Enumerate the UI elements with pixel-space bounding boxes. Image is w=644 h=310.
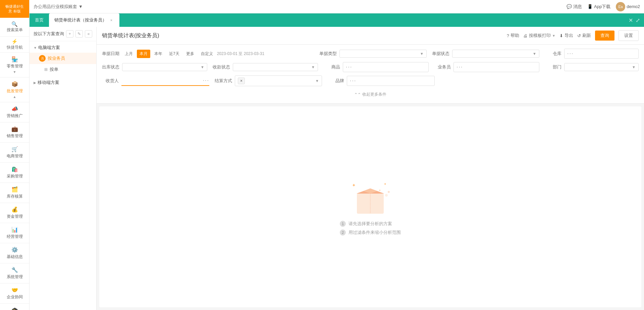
export-btn[interactable]: ⬇ 导出 [559, 33, 573, 39]
sidebar-item-marketing[interactable]: 📣 营销推广 [0, 102, 29, 122]
print-dropdown-arrow[interactable]: ▼ [552, 34, 555, 38]
svg-point-6 [388, 191, 390, 193]
date-btn-custom[interactable]: 自定义 [198, 50, 216, 58]
scheme-group-mobile: ▶ 移动端方案 [30, 76, 96, 89]
sidebar-item-basic[interactable]: ⚙️ 基础信息 [0, 243, 29, 263]
print-icon: 🖨 [523, 33, 528, 38]
operations-icon: 📊 [11, 226, 18, 233]
brand-dots: ··· [350, 78, 356, 84]
company-selector[interactable]: 办公用品行业模拟账套 ▼ [34, 4, 83, 10]
doc-status-label: 单据状态 [432, 51, 449, 57]
filter-department: 部门 ▼ [545, 63, 639, 71]
settings-btn[interactable]: 设置 [619, 30, 639, 41]
sidebar-search[interactable]: 🔍 搜索菜单 [0, 18, 29, 37]
app-download-btn[interactable]: 📱 App下载 [587, 4, 610, 10]
step-1-text: 请先选择要分析的方案 [348, 221, 392, 227]
mobile-group-arrow: ▶ [34, 81, 36, 85]
app-download-icon: 📱 [587, 4, 593, 9]
collapse-row: ⌃⌃ 收起更多条件 [102, 90, 639, 99]
date-filter-label: 单据日期 [102, 51, 119, 57]
settlement-label: 结算方式 [215, 78, 232, 84]
filter-row-1: 单据日期 上月 本月 本年 近7天 更多 自定义 2023-03-01 至 20… [102, 49, 639, 59]
settlement-select[interactable]: × ▼ [235, 75, 322, 86]
app-logo[interactable]: 畅捷通好生意 标版 [0, 0, 29, 18]
filter-doc-status: 单据状态 ▼ [432, 50, 539, 58]
filter-shipment: 出库状态 ▼ [102, 63, 207, 71]
sidebar-item-wholesale[interactable]: 📦 批发管理 ▲ [0, 78, 29, 102]
right-panel: 销货单统计表(按业务员) ? 帮助 🖨 按模板打印 ▼ ⬇ 导出 [97, 27, 644, 310]
doc-type-arrow: ▼ [420, 52, 424, 56]
left-panel-header: 按以下方案查询 + ✎ « [30, 27, 96, 41]
department-select[interactable]: ▼ [564, 63, 639, 71]
doc-type-select[interactable]: ▼ [339, 50, 427, 58]
doc-status-select[interactable]: ▼ [452, 50, 539, 58]
by-salesperson-label: 按业务员 [48, 55, 65, 61]
sidebar-item-operations[interactable]: 📊 经营管理 [0, 223, 29, 243]
scheme-group-desktop-header[interactable]: ▼ 电脑端方案 [30, 43, 96, 53]
help-btn[interactable]: ? 帮助 [507, 33, 519, 39]
empty-svg-icon: ✦ ✦ ✦ [350, 178, 390, 215]
edit-scheme-btn[interactable]: ✎ [75, 30, 83, 38]
scheme-item-by-salesperson[interactable]: 员 按业务员 [30, 53, 96, 64]
salesperson-select[interactable]: ··· [453, 62, 539, 72]
message-btn[interactable]: 💬 消息 [567, 4, 582, 10]
sidebar-item-purchase[interactable]: 🛍️ 采购管理 [0, 163, 29, 183]
brand-select[interactable]: ··· [347, 76, 435, 86]
sidebar: 畅捷通好生意 标版 🔍 搜索菜单 ⚡ 快捷导航 🏪 零售管理 ▼ 📦 批发管理 … [0, 0, 30, 310]
refresh-btn[interactable]: ↺ 刷新 [577, 33, 591, 39]
salesperson-dots: ··· [457, 64, 463, 70]
mobile-group-header[interactable]: ▶ 移动端方案 [30, 78, 96, 88]
sidebar-item-enterprise[interactable]: 🤝 企业协同 [0, 283, 29, 304]
settlement-tag-close[interactable]: × [240, 79, 243, 83]
purchase-label: 采购管理 [7, 173, 23, 179]
sidebar-item-system[interactable]: 🔧 系统管理 [0, 263, 29, 283]
user-menu[interactable]: Ea demo2 [616, 2, 640, 11]
warehouse-select[interactable]: ··· [564, 49, 639, 59]
top-header: 办公用品行业模拟账套 ▼ 💬 消息 📱 App下载 Ea demo2 [30, 0, 644, 13]
sidebar-item-newbie[interactable]: 🎓 新手引导 [0, 304, 29, 310]
tab-close-window-btn[interactable]: ✕ [629, 17, 633, 23]
empty-steps: 1 请先选择要分析的方案 2 用过滤条件来缩小分析范围 [340, 221, 401, 236]
date-btn-this-year[interactable]: 本年 [152, 50, 165, 58]
date-btn-7days[interactable]: 近7天 [166, 50, 182, 58]
inventory-icon: 🗂️ [11, 186, 18, 193]
shipment-select[interactable]: ▼ [122, 63, 207, 71]
retail-label: 零售管理 [7, 63, 23, 69]
payment-arrow: ▼ [311, 65, 315, 69]
filter-goods: 商品 ··· [323, 62, 429, 72]
sidebar-item-ecommerce[interactable]: 🛒 电商管理 [0, 143, 29, 163]
filter-consignee: 收货人 ··· [102, 76, 209, 86]
sidebar-item-inventory[interactable]: 🗂️ 库存核算 [0, 183, 29, 203]
date-btn-this-month[interactable]: 本月 [137, 50, 150, 58]
shipment-arrow: ▼ [201, 65, 204, 69]
empty-illustration: ✦ ✦ ✦ [350, 178, 390, 215]
sidebar-quick-nav[interactable]: ⚡ 快捷导航 [0, 37, 29, 53]
date-btn-more[interactable]: 更多 [183, 50, 197, 58]
payment-select[interactable]: ▼ [233, 63, 318, 71]
filter-doc-type: 单据类型 ▼ [319, 50, 427, 58]
retail-icon: 🏪 [11, 56, 18, 62]
filter-row-2: 出库状态 ▼ 收款状态 ▼ [102, 62, 639, 72]
desktop-group-label: 电脑端方案 [38, 45, 60, 51]
add-scheme-btn[interactable]: + [66, 30, 73, 38]
collapse-panel-btn[interactable]: « [85, 30, 92, 38]
tab-close-btn[interactable]: × [109, 17, 114, 23]
print-btn[interactable]: 🖨 按模板打印 ▼ [523, 33, 555, 39]
query-btn[interactable]: 查询 [595, 31, 614, 41]
sidebar-item-sales[interactable]: 💼 销售管理 [0, 122, 29, 143]
collapse-btn[interactable]: ⌃⌃ 收起更多条件 [102, 90, 639, 99]
date-btn-last-month[interactable]: 上月 [122, 50, 136, 58]
sidebar-item-finance[interactable]: 💰 资金管理 [0, 203, 29, 223]
tab-maximize-btn[interactable]: ⤢ [636, 17, 640, 23]
date-filter-controls: 上月 本月 本年 近7天 更多 自定义 2023-03-01 至 2023-03… [122, 50, 314, 58]
goods-select[interactable]: ··· [343, 62, 429, 72]
empty-step-1: 1 请先选择要分析的方案 [340, 221, 401, 227]
consignee-input[interactable]: ··· [121, 76, 209, 86]
main-area: 办公用品行业模拟账套 ▼ 💬 消息 📱 App下载 Ea demo2 首页 [30, 0, 644, 310]
tab-home[interactable]: 首页 [30, 13, 49, 27]
settings-btn-label: 设置 [624, 33, 633, 38]
sidebar-item-retail[interactable]: 🏪 零售管理 ▼ [0, 53, 29, 78]
tab-sales-stats[interactable]: 销货单统计表（按业务员） × [49, 13, 119, 27]
scheme-item-by-order[interactable]: ⊞ 按单 [30, 64, 96, 75]
finance-icon: 💰 [11, 206, 18, 213]
